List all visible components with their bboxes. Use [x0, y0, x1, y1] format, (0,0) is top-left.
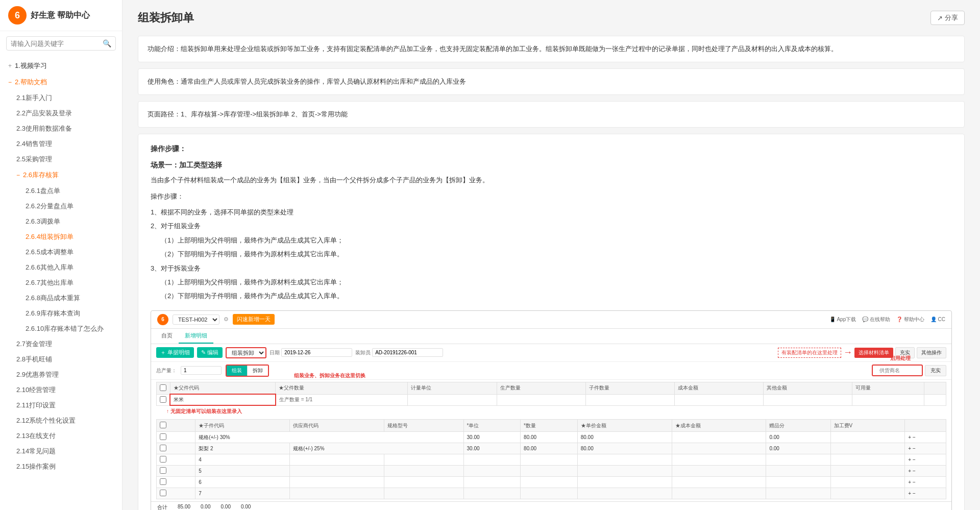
sidebar-item-2-6[interactable]: − 2.6库存核算: [0, 167, 122, 183]
search-box[interactable]: 🔍: [6, 36, 116, 51]
sidebar-item-2-6-8[interactable]: 2.6.8商品成本重算: [0, 290, 122, 306]
scene1-desc: 当由多个子件材料组装成一个成品的业务为【组装】业务，当由一个父件拆分成多个子产品…: [151, 174, 952, 186]
mock-supplier-input[interactable]: [877, 367, 918, 374]
mock-type-row: 总产量： 组装 拆卸 组装业务、拆卸业务在这里切换: [151, 362, 951, 380]
child-row-6: 7 + −: [157, 488, 946, 499]
footer-val-3: 0.00: [221, 504, 231, 510]
info-block-1: 功能介绍：组装拆卸单用来处理企业组装或拆卸等加工业务，支持有固定装配清单的产品加…: [138, 36, 965, 62]
th-gift: 赠品分: [766, 420, 830, 432]
th-parent-qty: ★父件数量: [276, 382, 408, 394]
child-row-4: 5 + −: [157, 466, 946, 477]
mock-qty-input[interactable]: [181, 366, 222, 375]
annotation-bottom: ↑ 无固定清单可以组装在这里录入: [156, 408, 946, 415]
ops-title: 操作步骤：: [151, 144, 952, 154]
mock-btn-row: ＋ 单据明细 ✎ 编辑 组装拆卸 组装 拆卸 日期: [151, 344, 951, 362]
th-ops: [924, 382, 946, 394]
mock-tab-new[interactable]: 新增明细: [179, 329, 213, 344]
mock-footer: 合计 85.00 0.00 0.00 0.00: [151, 501, 951, 510]
mock-date-input[interactable]: [281, 348, 352, 357]
th-check: [157, 382, 170, 394]
steps-label: 操作步骤：: [151, 190, 952, 202]
main-content: 组装拆卸单 ↗ 分享 功能介绍：组装拆卸单用来处理企业组装或拆卸等加工业务，支持…: [122, 0, 980, 510]
sidebar-item-2-4[interactable]: 2.4销售管理: [0, 136, 122, 152]
sidebar-item-2-6-10[interactable]: 2.6.10库存账本错了怎么办: [0, 321, 122, 336]
screenshot: 6 TEST-H002 ⚙ 闪速新增一天 📱 App下载 💬 在线帮助 ❓ 帮助…: [151, 310, 952, 510]
share-button[interactable]: ↗ 分享: [930, 11, 965, 25]
mock-help-center: ❓ 帮助中心: [896, 316, 924, 323]
sidebar-item-2-6-7[interactable]: 2.6.7其他出库单: [0, 275, 122, 290]
select-all-check[interactable]: [160, 384, 166, 391]
sidebar-item-2-9[interactable]: 2.9优惠券管理: [0, 367, 122, 382]
sidebar-item-2-6-2[interactable]: 2.6.2分量盘点单: [0, 199, 122, 214]
step1: 1、根据不同的业务，选择不同单据的类型来处理: [151, 206, 952, 218]
mock-new-btn[interactable]: 闪速新增一天: [233, 314, 275, 325]
sidebar-item-2-6-4[interactable]: 2.6.4组装拆卸单: [0, 229, 122, 245]
footer-val-2: 0.00: [201, 504, 210, 510]
sidebar-item-2-6-1[interactable]: 2.6.1盘点单: [0, 183, 122, 199]
mock-save-btn[interactable]: ＋ 单据明细: [156, 347, 194, 358]
th-avail: 可用量: [852, 382, 924, 394]
mock-edit-btn[interactable]: ✎ 编辑: [197, 347, 223, 358]
sidebar-item-2-8[interactable]: 2.8手机旺铺: [0, 352, 122, 367]
parent-code-1: 米米: [170, 394, 276, 405]
mock-no-field: 装卸员: [355, 348, 443, 357]
sidebar-item-2-6-5[interactable]: 2.6.5成本调整单: [0, 245, 122, 260]
mock-topbar: 6 TEST-H002 ⚙ 闪速新增一天 📱 App下载 💬 在线帮助 ❓ 帮助…: [151, 311, 951, 329]
ops-section: 操作步骤： 场景一：加工类型选择 当由多个子件材料组装成一个成品的业务为【组装】…: [138, 134, 965, 510]
step3-2: （2）下部明细为子件明细，最终作为产成品生成其它入库单。: [151, 290, 952, 302]
mock-lower-table: ★子件代码 供应商代码 规格型号 *单位 *数量 ★单价金额 ★成本金额 赠品分…: [156, 419, 946, 499]
select-all-child[interactable]: [160, 422, 166, 428]
sidebar-item-1[interactable]: + 1.视频学习: [0, 58, 122, 74]
mock-navtabs: 自页 新增明细: [151, 329, 951, 344]
sidebar-item-2-2[interactable]: 2.2产品安装及登录: [0, 106, 122, 121]
mock-tab-assemble[interactable]: 组装: [227, 366, 247, 376]
minus-icon: −: [8, 79, 12, 86]
sidebar-item-2-10[interactable]: 2.10经营管理: [0, 382, 122, 398]
table-row: 米米 生产数量 = 1/1: [157, 394, 946, 405]
sidebar-item-2-7[interactable]: 2.7资金管理: [0, 336, 122, 352]
info-text-2: 使用角色：通常由生产人员或库管人员完成拆装业务的操作，库管人员确认原材料的出库和…: [148, 78, 466, 85]
step3: 3、对于拆装业务: [151, 262, 952, 274]
mock-enable-input: [872, 365, 923, 376]
mock-cc: 👤 CC: [930, 317, 945, 322]
mock-add-row-btn[interactable]: 充实: [925, 365, 946, 376]
mock-content: ＋ 单据明细 ✎ 编辑 组装拆卸 组装 拆卸 日期: [151, 344, 951, 510]
th-supplier: 供应商代码: [290, 420, 384, 432]
mock-tab-disassemble[interactable]: 拆卸: [247, 366, 268, 376]
mock-no-input[interactable]: [372, 348, 443, 357]
sidebar-item-2-6-9[interactable]: 2.6.9库存账本查询: [0, 306, 122, 321]
mock-tab-home[interactable]: 自页: [155, 329, 179, 344]
sidebar-item-2-6-3[interactable]: 2.6.3调拨单: [0, 214, 122, 229]
sidebar-item-2-6-6[interactable]: 2.6.6其他入库单: [0, 260, 122, 275]
mock-bom-btn[interactable]: 选择材料清单: [854, 348, 893, 358]
search-input[interactable]: [11, 40, 103, 47]
sidebar-item-2[interactable]: − 2.帮助文档: [0, 74, 122, 90]
mock-company-select[interactable]: TEST-H002: [173, 314, 219, 325]
sidebar-item-2-5[interactable]: 2.5采购管理: [0, 152, 122, 167]
mock-qty-label: 总产量：: [156, 367, 177, 374]
sidebar-item-2-13[interactable]: 2.13在线支付: [0, 428, 122, 444]
row-check-1[interactable]: [160, 396, 166, 403]
sidebar-item-2-12[interactable]: 2.12系统个性化设置: [0, 413, 122, 428]
sidebar-item-2-14[interactable]: 2.14常见问题: [0, 444, 122, 459]
mock-type-select[interactable]: 组装拆卸 组装 拆卸: [226, 347, 266, 358]
sidebar: 6 好生意 帮助中心 🔍 + 1.视频学习 − 2.帮助文档 2.1新手入门 2…: [0, 0, 122, 510]
sidebar-item-2-3[interactable]: 2.3使用前数据准备: [0, 121, 122, 136]
mock-help-online: 💬 在线帮助: [862, 316, 890, 323]
mock-type-tabs: 组装 拆卸: [226, 365, 269, 377]
th-child-qty: 子件数量: [585, 382, 674, 394]
app-name: 好生意 帮助中心: [31, 10, 90, 21]
mock-settings-icon: ⚙: [224, 316, 229, 323]
sidebar-item-2-1[interactable]: 2.1新手入门: [0, 90, 122, 106]
footer-total-label: 合计: [157, 504, 167, 510]
search-icon[interactable]: 🔍: [103, 39, 111, 47]
sidebar-item-2-15[interactable]: 2.15操作案例: [0, 459, 122, 474]
annotation-enable: 启用处理: [890, 355, 911, 362]
child-row-5: 6 + −: [157, 477, 946, 488]
share-icon: ↗: [937, 14, 943, 22]
mock-other-btn[interactable]: 其他操作: [917, 347, 946, 358]
th-other: 其他金额: [763, 382, 852, 394]
sidebar-item-2-11[interactable]: 2.11打印设置: [0, 398, 122, 413]
mock-icon-row: 📱 App下载 💬 在线帮助 ❓ 帮助中心 👤 CC: [829, 316, 945, 323]
th-cost: 成本金额: [674, 382, 763, 394]
